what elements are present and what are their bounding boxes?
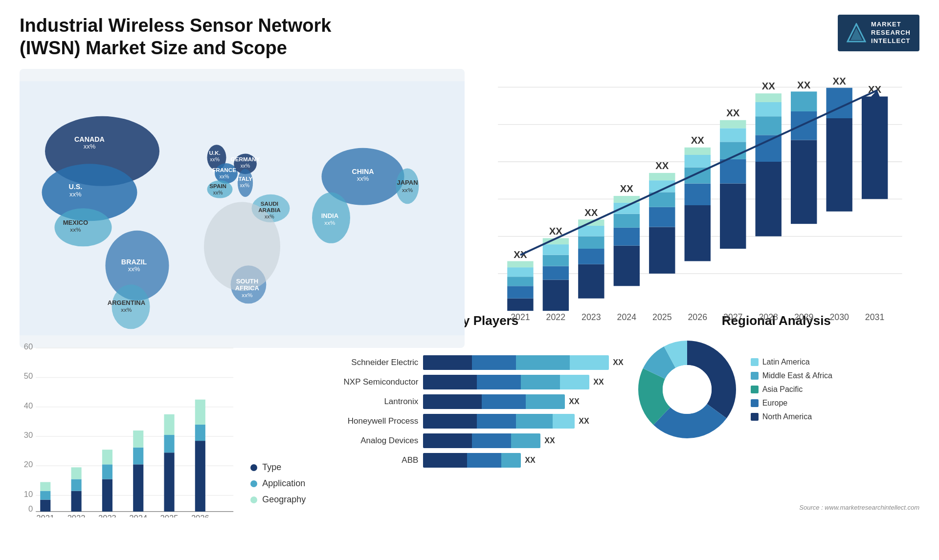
svg-rect-102 [720,129,746,142]
svg-text:xx%: xx% [220,174,229,179]
svg-text:CHINA: CHINA [352,168,374,175]
regional-legend: Latin America Middle East & Africa Asia … [751,358,832,421]
svg-rect-73 [578,237,604,249]
svg-rect-146 [71,479,82,491]
svg-rect-154 [164,452,174,512]
svg-point-171 [663,365,712,414]
svg-rect-144 [40,482,50,491]
svg-text:MEXICO: MEXICO [63,219,88,226]
svg-text:2024: 2024 [617,312,637,322]
svg-text:xx%: xx% [70,227,81,233]
svg-rect-122 [862,97,888,199]
svg-rect-80 [614,214,640,228]
svg-rect-143 [40,491,50,500]
page-title: Industrial Wireless Sensor Network (IWSN… [20,15,362,59]
donut-chart-svg [633,336,741,443]
donut-chart-container: Latin America Middle East & Africa Asia … [633,336,919,443]
svg-text:ITALY: ITALY [237,176,252,182]
legend-europe: Europe [751,399,832,408]
svg-text:FRANCE: FRANCE [212,167,236,173]
svg-text:2029: 2029 [794,312,814,322]
svg-text:2026: 2026 [688,312,707,322]
svg-text:XX: XX [691,135,705,146]
legend-asia-pacific: Asia Pacific [751,385,832,394]
svg-rect-67 [543,244,569,255]
svg-text:10: 10 [24,490,33,499]
svg-rect-158 [195,425,205,441]
svg-text:2030: 2030 [829,312,849,322]
svg-rect-79 [614,228,640,246]
player-honeywell: Honeywell Process XX [315,414,623,429]
svg-text:2024: 2024 [129,514,147,517]
page-header: Industrial Wireless Sensor Network (IWSN… [20,15,919,59]
svg-text:2028: 2028 [759,312,778,322]
legend-latin-america: Latin America [751,358,832,366]
svg-text:XX: XX [726,108,740,118]
svg-text:XX: XX [655,160,669,171]
svg-text:INDIA: INDIA [321,212,339,219]
svg-rect-58 [507,286,533,298]
legend-geography: Geography [250,495,306,505]
svg-text:xx%: xx% [69,191,82,198]
svg-text:2021: 2021 [36,514,54,517]
segmentation-legend: Type Application Geography [250,462,306,519]
svg-text:CANADA: CANADA [74,135,105,143]
legend-type: Type [250,462,306,473]
svg-text:ARABIA: ARABIA [258,207,281,213]
svg-text:XX: XX [833,76,847,87]
svg-text:2023: 2023 [581,312,601,322]
svg-text:xx%: xx% [128,265,140,273]
svg-text:SPAIN: SPAIN [209,183,226,189]
legend-application: Application [250,478,306,489]
player-nxp: NXP Semiconductor XX [315,375,623,389]
svg-text:JAPAN: JAPAN [397,179,418,186]
svg-rect-107 [756,135,782,162]
players-chart: Siemens Schneider Electric [315,336,623,468]
svg-rect-152 [133,448,143,465]
svg-text:SOUTH: SOUTH [236,278,259,285]
svg-text:SAUDI: SAUDI [261,200,278,207]
svg-text:XX: XX [584,207,598,218]
svg-rect-115 [791,92,817,112]
logo: MARKET RESEARCH INTELLECT [838,15,919,51]
svg-rect-66 [543,255,569,266]
svg-rect-114 [791,111,817,140]
player-lantronix: Lantronix XX [315,394,623,409]
svg-text:2027: 2027 [723,312,743,322]
svg-text:60: 60 [24,342,33,351]
svg-rect-60 [507,267,533,277]
svg-rect-65 [543,266,569,280]
svg-text:xx%: xx% [210,157,220,162]
svg-rect-103 [720,120,746,129]
svg-rect-59 [507,277,533,286]
svg-text:2022: 2022 [546,312,566,322]
svg-rect-157 [195,441,205,512]
svg-text:2026: 2026 [191,514,209,517]
world-map-svg: CANADA xx% U.S. xx% MEXICO xx% BRAZIL xx… [20,69,465,348]
svg-rect-85 [649,227,675,274]
svg-rect-109 [756,102,782,116]
svg-text:xx%: xx% [84,143,96,150]
legend-mea: Middle East & Africa [751,371,832,380]
svg-text:2025: 2025 [160,514,179,517]
svg-rect-155 [164,435,174,452]
svg-text:2031: 2031 [865,312,885,322]
world-map-section: CANADA xx% U.S. xx% MEXICO xx% BRAZIL xx… [20,69,465,348]
legend-north-america: North America [751,412,832,421]
svg-text:ARGENTINA: ARGENTINA [108,299,146,306]
player-abb: ABB XX [315,453,623,468]
svg-rect-113 [791,140,817,224]
svg-rect-71 [578,264,604,299]
svg-text:xx%: xx% [265,214,274,219]
svg-text:xx%: xx% [121,306,132,313]
svg-text:40: 40 [24,401,33,410]
svg-rect-61 [507,261,533,268]
svg-point-5 [55,209,112,247]
svg-text:BRAZIL: BRAZIL [121,258,147,266]
svg-rect-145 [71,491,82,512]
svg-rect-108 [756,116,782,135]
svg-text:2023: 2023 [98,514,116,517]
svg-text:XX: XX [797,80,811,90]
logo-text: MARKET RESEARCH INTELLECT [871,21,911,45]
svg-text:xx%: xx% [241,163,250,169]
